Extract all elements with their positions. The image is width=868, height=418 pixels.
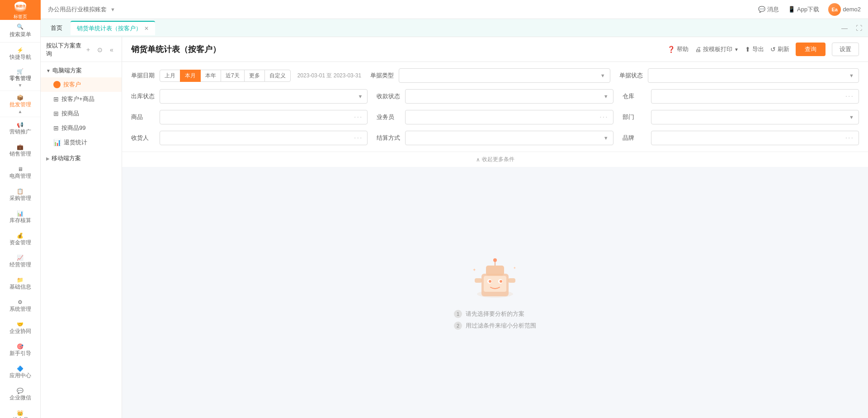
empty-tip-2-text: 用过滤条件来缩小分析范围	[466, 322, 536, 330]
scheme-item-returns-label: 退货统计	[64, 138, 87, 147]
sidebar-item-search[interactable]: 🔍 搜索菜单	[0, 20, 40, 43]
empty-tip-2: 2 用过滤条件来缩小分析范围	[454, 322, 536, 330]
warehouse-select[interactable]: ···	[651, 89, 859, 104]
sidebar-item-appcenter[interactable]: 🔷 应用中心	[0, 361, 40, 383]
empty-tips: 1 请先选择要分析的方案 2 用过滤条件来缩小分析范围	[454, 310, 536, 330]
print-dropdown-icon: ▼	[734, 47, 739, 52]
receipt-status-select[interactable]: ▼	[405, 89, 613, 104]
export-button[interactable]: ⬆ 导出	[745, 45, 764, 53]
sidebar-item-purchase[interactable]: 📋 采购管理	[0, 184, 40, 206]
tab-close-button[interactable]: ✕	[144, 26, 149, 31]
scheme-item-by-goods99[interactable]: ⊞ 按商品99	[41, 121, 122, 135]
sidebar-operations-label: 经营管理	[9, 261, 31, 269]
consignee-more-icon[interactable]: ···	[354, 134, 363, 142]
scheme-item-returns[interactable]: 📊 退货统计	[41, 135, 122, 150]
date-this-year[interactable]: 本年	[200, 70, 221, 82]
sidebar-item-system[interactable]: ⚙ 系统管理	[0, 294, 40, 317]
goods-col: 商品 ···	[131, 110, 368, 124]
desktop-group-toggle[interactable]: ▼ 电脑端方案	[41, 64, 122, 77]
sidebar-item-retail[interactable]: 🛒 零售管理 ▼	[0, 65, 40, 91]
collapse-bar[interactable]: ∧ 收起更多条件	[122, 152, 868, 167]
scheme-item-by-customer[interactable]: 按 按客户	[41, 77, 122, 92]
sidebar-item-collab[interactable]: 🤝 企业协同	[0, 317, 40, 339]
sidebar-appcenter-label: 应用中心	[9, 372, 31, 380]
scheme-header-icons: ＋ ⊙ «	[84, 45, 116, 54]
tab-home[interactable]: 首页	[44, 21, 69, 35]
svg-rect-6	[484, 276, 506, 292]
order-status-select[interactable]: ▼	[648, 68, 859, 83]
svg-text:✦: ✦	[472, 267, 476, 272]
scheme-item-by-goods[interactable]: ⊞ 按商品	[41, 106, 122, 121]
tab-maximize-button[interactable]: ⛶	[854, 23, 864, 33]
scheme-settings-button[interactable]: ⊙	[95, 45, 104, 54]
message-icon: 💬	[758, 6, 765, 13]
sidebar-quicknav-label: 快捷导航	[9, 53, 31, 61]
sidebar-item-marketing[interactable]: 📢 营销推广	[0, 117, 40, 139]
sidebar-inventory-label: 库存核算	[9, 217, 31, 224]
operations-icon: 📈	[17, 255, 24, 261]
collapse-label: 收起更多条件	[482, 156, 514, 163]
sidebar-item-wholesale[interactable]: 📦 批发管理 ▲	[0, 91, 40, 117]
salesperson-select[interactable]: ···	[405, 110, 613, 124]
print-icon: 🖨	[695, 46, 701, 53]
sidebar-item-inventory[interactable]: 📊 库存核算	[0, 206, 40, 228]
query-button[interactable]: 查询	[796, 43, 826, 56]
user-menu[interactable]: Ea demo2	[828, 3, 861, 16]
refresh-label: 刷新	[778, 45, 789, 53]
date-last-month[interactable]: 上月	[160, 70, 180, 82]
tab-minimize-button[interactable]: —	[839, 23, 850, 33]
sidebar-item-sales[interactable]: 💼 销售管理	[0, 139, 40, 162]
page-title: 销货单统计表（按客户）	[131, 44, 221, 55]
print-template-button[interactable]: 🖨 按模板打印 ▼	[695, 45, 739, 53]
collapse-button[interactable]: ∧ 收起更多条件	[476, 156, 514, 163]
brand-more-icon[interactable]: ···	[845, 134, 854, 142]
order-type-select[interactable]: ▼	[399, 68, 610, 83]
username: demo2	[843, 6, 861, 13]
goods-label: 商品	[131, 113, 156, 121]
mobile-group-toggle[interactable]: ▶ 移动端方案	[41, 152, 122, 165]
salesperson-more-icon[interactable]: ···	[599, 113, 608, 121]
sidebar-item-member[interactable]: 👑 畅会员	[0, 405, 40, 418]
scheme-item-customer-goods[interactable]: ⊞ 按客户+商品	[41, 92, 122, 106]
returns-scheme-icon: 📊	[53, 139, 61, 146]
tab-sales-statistics[interactable]: 销货单统计表（按客户） ✕	[71, 21, 155, 35]
sidebar-item-finance[interactable]: 💰 资金管理	[0, 228, 40, 250]
payment-dropdown-icon: ▼	[604, 135, 609, 141]
date-last-7days[interactable]: 近7天	[221, 70, 245, 82]
brand-select[interactable]: ···	[651, 131, 859, 145]
dept-select[interactable]: ▼	[651, 110, 859, 124]
sidebar-finance-label: 资金管理	[9, 239, 31, 247]
goods-select[interactable]: ···	[160, 110, 368, 124]
app-download-button[interactable]: 📱 App下载	[788, 5, 819, 14]
empty-illustration: ✦ ✦	[468, 256, 522, 301]
sidebar-item-ecommerce[interactable]: 🖥 电商管理	[0, 162, 40, 184]
sidebar-item-basic-info[interactable]: 📁 基础信息	[0, 272, 40, 294]
page-title-row: 销货单统计表（按客户） ❓ 帮助 🖨 按模板打印 ▼ ⬆	[131, 43, 859, 56]
scheme-collapse-button[interactable]: «	[107, 45, 116, 54]
message-button[interactable]: 💬 消息	[758, 5, 779, 14]
sidebar-item-tutorial[interactable]: 🎯 新手引导	[0, 339, 40, 361]
date-more[interactable]: 更多	[244, 70, 265, 82]
refresh-button[interactable]: ↺ 刷新	[770, 45, 789, 53]
sidebar-purchase-label: 采购管理	[9, 195, 31, 202]
goods99-scheme-icon: ⊞	[53, 124, 59, 132]
help-button[interactable]: ❓ 帮助	[667, 45, 689, 53]
date-buttons: 上月 本月 本年 近7天 更多 自定义	[160, 70, 290, 82]
date-this-month[interactable]: 本月	[180, 70, 201, 82]
warehouse-more-icon[interactable]: ···	[845, 92, 854, 100]
settings-button[interactable]: 设置	[832, 43, 859, 56]
goods-more-icon[interactable]: ···	[354, 113, 363, 121]
scheme-add-button[interactable]: ＋	[84, 45, 93, 54]
breadcrumb-dropdown-icon[interactable]: ▼	[110, 7, 115, 12]
sidebar-item-quicknav[interactable]: ⚡ 快捷导航	[0, 43, 40, 65]
warehouse-col: 仓库 ···	[623, 89, 859, 104]
warehouse-label: 仓库	[623, 92, 647, 100]
payment-select[interactable]: ▼	[405, 131, 613, 145]
sidebar-item-wechat[interactable]: 💬 企业微信	[0, 383, 40, 405]
sidebar-item-operations[interactable]: 📈 经营管理	[0, 250, 40, 272]
date-custom[interactable]: 自定义	[264, 70, 291, 82]
filter-row-1: 单据日期 上月 本月 本年 近7天 更多 自定义 2023-03-01 至 20…	[131, 68, 859, 83]
inventory-icon: 📊	[17, 210, 24, 217]
stock-status-select[interactable]: ▼	[160, 89, 368, 104]
consignee-select[interactable]: ···	[160, 131, 368, 145]
